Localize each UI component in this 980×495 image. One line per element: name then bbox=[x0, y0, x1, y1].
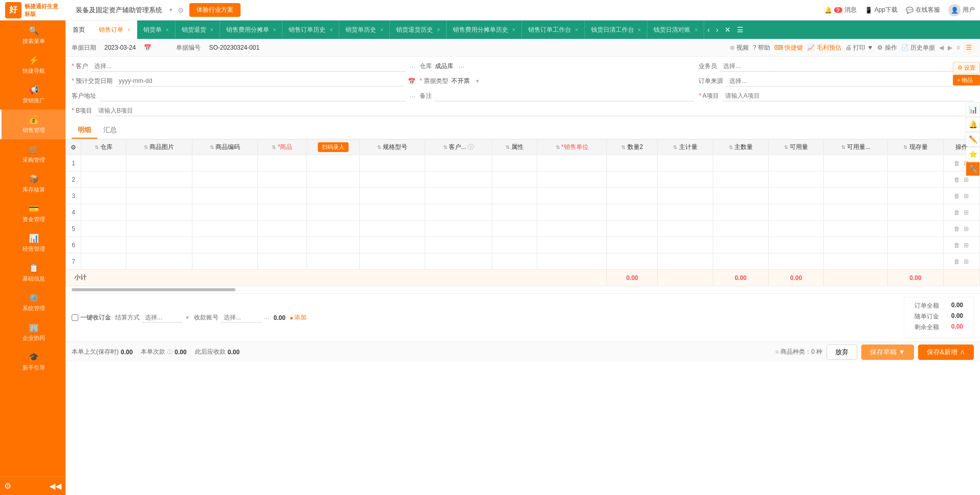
notification-btn[interactable]: 🔔 9 消息 bbox=[824, 6, 857, 14]
row-delete-icon[interactable]: 🗑 bbox=[954, 160, 960, 167]
profit-btn[interactable]: 📈 毛利预估 bbox=[807, 44, 841, 52]
settings-bottom-icon[interactable]: ⚙ bbox=[4, 481, 11, 491]
h-scrollbar[interactable] bbox=[72, 288, 235, 291]
nav-next-icon[interactable]: ▶ bbox=[948, 44, 952, 51]
account-dots[interactable]: ··· bbox=[264, 314, 270, 322]
tab-close-icon[interactable]: × bbox=[638, 27, 641, 33]
tab-close-icon[interactable]: × bbox=[694, 27, 698, 33]
collapse-icon[interactable]: ◀◀ bbox=[49, 481, 61, 491]
system-title-wrapper[interactable]: 装备及固定资产辅助管理系统 ▼ ⚙ bbox=[72, 6, 184, 15]
row-delete-icon[interactable]: 🗑 bbox=[954, 258, 960, 265]
tab-sales-single-history[interactable]: 销货单历史 × bbox=[339, 20, 390, 39]
a-project-input[interactable] bbox=[722, 91, 974, 101]
col-current-stock[interactable]: ⇅ 现存量 bbox=[888, 140, 943, 155]
sidebar-item-purchase[interactable]: 🛒 采购管理 bbox=[0, 139, 66, 169]
tab-summary[interactable]: 汇总 bbox=[97, 122, 123, 139]
tab-sales-order-history[interactable]: 销售订单历史 × bbox=[282, 20, 339, 39]
sidebar-item-search[interactable]: 🔍 搜索菜单 bbox=[0, 20, 66, 50]
remark-input[interactable] bbox=[435, 91, 695, 101]
row-copy-icon[interactable]: ⊞ bbox=[964, 176, 969, 183]
warehouse-dots[interactable]: ··· bbox=[459, 62, 465, 71]
tab-sales-order[interactable]: 销售订单 × bbox=[93, 20, 137, 39]
col-customer-code[interactable]: ⇅ 客户... ⓘ bbox=[425, 140, 492, 155]
tab-menu-btn[interactable]: ☰ bbox=[734, 26, 747, 34]
payment-dropdown-icon[interactable]: ▼ bbox=[185, 315, 190, 320]
col-warehouse[interactable]: ⇅ 仓库 bbox=[81, 140, 126, 155]
print-btn[interactable]: 🖨 打印 ▼ bbox=[845, 44, 874, 52]
tab-sales-return-history[interactable]: 销货退货历史 × bbox=[390, 20, 447, 39]
row-delete-icon[interactable]: 🗑 bbox=[954, 209, 960, 216]
col-attribute[interactable]: ⇅ 属性 bbox=[492, 140, 537, 155]
system-dropdown-icon[interactable]: ▼ bbox=[168, 7, 173, 13]
tab-next-btn[interactable]: › bbox=[713, 26, 722, 34]
tab-sales-fee-history[interactable]: 销售费用分摊单历史 × bbox=[447, 20, 522, 39]
row-copy-icon[interactable]: ⊞ bbox=[964, 209, 969, 216]
operation-btn[interactable]: ⚙ 操作 bbox=[877, 44, 897, 52]
tab-prev-btn[interactable]: ‹ bbox=[704, 26, 713, 34]
tab-close-icon[interactable]: × bbox=[210, 27, 213, 33]
tab-close-icon[interactable]: × bbox=[437, 27, 440, 33]
user-menu-btn[interactable]: 👤 用户 bbox=[948, 4, 975, 16]
sidebar-item-system[interactable]: ⚙️ 系统管理 bbox=[0, 288, 66, 317]
tab-sales-single[interactable]: 销货单 × bbox=[137, 20, 176, 39]
tab-close-icon[interactable]: × bbox=[512, 27, 515, 33]
tab-sales-fee[interactable]: 销售费用分摊单 × bbox=[220, 20, 283, 39]
tab-home[interactable]: 首页 bbox=[66, 20, 93, 39]
col-spec[interactable]: ⇅ 规格型号 bbox=[359, 140, 425, 155]
address-dots[interactable]: ··· bbox=[409, 92, 416, 100]
video-btn[interactable]: ⊙ 视频 bbox=[730, 44, 749, 52]
col-available[interactable]: ⇅ 可用量 bbox=[769, 140, 824, 155]
col-main-qty[interactable]: ⇅ 主数量 bbox=[713, 140, 768, 155]
row-copy-icon[interactable]: ⊞ bbox=[964, 258, 969, 265]
right-panel-chart-btn[interactable]: 📊 bbox=[966, 102, 980, 117]
right-panel-star-btn[interactable]: ⭐ bbox=[966, 147, 980, 161]
col-qty2[interactable]: ⇅ 数量2 bbox=[607, 140, 658, 155]
system-title[interactable]: 装备及固定资产辅助管理系统 bbox=[72, 6, 166, 15]
col-product-code[interactable]: ⇅ 商品编码 bbox=[192, 140, 257, 155]
row-delete-icon[interactable]: 🗑 bbox=[954, 242, 960, 249]
tab-sales-return[interactable]: 销货退货 × bbox=[176, 20, 220, 39]
col-gear[interactable]: ⚙ bbox=[66, 140, 81, 155]
tab-daily-reconcile[interactable]: 钱货日清对账 × bbox=[647, 20, 704, 39]
add-btn[interactable]: ● 添加 bbox=[290, 313, 307, 322]
b-project-input[interactable] bbox=[95, 105, 974, 116]
right-panel-bell-btn[interactable]: 🔔 bbox=[966, 117, 980, 132]
shortcut-btn[interactable]: ⌨ 快捷键 bbox=[774, 44, 803, 52]
col-sales-unit[interactable]: ⇅ *销售单位 bbox=[537, 140, 606, 155]
history-btn[interactable]: 📄 历史单据 bbox=[901, 44, 935, 52]
sidebar-item-finance[interactable]: 💳 资金管理 bbox=[0, 199, 66, 228]
invoice-dropdown-icon[interactable]: ▼ bbox=[475, 78, 480, 84]
payment-input[interactable] bbox=[142, 313, 183, 322]
h-scrollbar-thumb[interactable] bbox=[72, 288, 235, 291]
add-goods-btn[interactable]: + 物品 bbox=[953, 75, 980, 85]
col-main-unit[interactable]: ⇅ 主计量 bbox=[658, 140, 713, 155]
tab-daily-workbench[interactable]: 钱货日清工作台 × bbox=[585, 20, 648, 39]
sidebar-item-marketing[interactable]: 📢 营销推广 bbox=[0, 80, 66, 110]
tab-close-icon[interactable]: × bbox=[380, 27, 383, 33]
account-input[interactable] bbox=[221, 313, 262, 322]
col-product-img[interactable]: ⇅ 商品图片 bbox=[126, 140, 192, 155]
tab-close-icon[interactable]: × bbox=[127, 27, 130, 33]
save-new-btn[interactable]: 保存&新增 ∧ bbox=[918, 345, 974, 360]
tab-close-icon[interactable]: × bbox=[273, 27, 276, 33]
staff-input[interactable] bbox=[720, 61, 965, 72]
right-panel-tool-btn[interactable]: 🔧 bbox=[966, 162, 980, 176]
row-copy-icon[interactable]: ⊞ bbox=[964, 192, 969, 200]
settings-btn[interactable]: ⚙ 设置 bbox=[953, 62, 980, 74]
tab-close-all-btn[interactable]: ✕ bbox=[722, 26, 734, 34]
sidebar-item-enterprise[interactable]: 🏢 企业协同 bbox=[0, 317, 66, 347]
right-panel-edit-btn[interactable]: ✏️ bbox=[966, 132, 980, 146]
quick-close-checkbox[interactable] bbox=[72, 314, 78, 321]
row-delete-icon[interactable]: 🗑 bbox=[954, 225, 960, 232]
quick-close-label[interactable]: 一键收订金 bbox=[72, 313, 111, 322]
sidebar-item-basic[interactable]: 📋 基础信息 bbox=[0, 258, 66, 288]
sidebar-item-quick[interactable]: ⚡ 快捷导航 bbox=[0, 50, 66, 80]
scan-btn[interactable]: 扫码录入 bbox=[318, 142, 349, 152]
form-view-icon[interactable]: ☰ bbox=[964, 43, 974, 52]
sidebar-item-operation[interactable]: 📊 经营管理 bbox=[0, 228, 66, 258]
nav-prev-icon[interactable]: ◀ bbox=[939, 44, 944, 51]
row-delete-icon[interactable]: 🗑 bbox=[954, 192, 960, 200]
customer-dots[interactable]: ··· bbox=[409, 62, 416, 71]
delivery-input[interactable] bbox=[116, 76, 404, 87]
app-download-btn[interactable]: 📱 App下载 bbox=[865, 6, 898, 14]
